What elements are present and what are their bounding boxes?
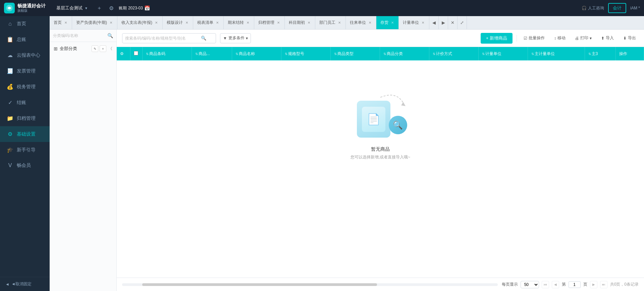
next-page-button[interactable]: ▶	[590, 281, 597, 288]
tab-income-close-icon[interactable]: ✕	[154, 20, 158, 25]
prev-page-button[interactable]: ◀	[552, 281, 559, 288]
settings-button[interactable]: ⚙	[107, 3, 116, 13]
col-checkbox[interactable]	[130, 47, 142, 60]
col-barcode[interactable]: ⇅商品条码	[142, 47, 192, 60]
import-btn[interactable]: ⬆ 导入	[598, 33, 616, 43]
tab-department-label: 部门员工	[319, 20, 335, 26]
sidebar-item-basic-settings[interactable]: ⚙ 基础设置	[0, 126, 50, 142]
sidebar-item-cloud-reports[interactable]: ☁ 云报表中心	[0, 47, 50, 63]
export-label: 导出	[628, 35, 636, 41]
sidebar: ⌂ 首页 📋 总账 ☁ 云报表中心 🧾 发票管理 💰 税务管理 ✓ 结账 📁 归…	[0, 16, 50, 291]
col-type[interactable]: ⇅商品类型	[331, 47, 380, 60]
page-content: 🔍 ⊞ 全部分类 ✎ + 《 🔍	[50, 30, 644, 291]
toolbar-divider-1	[517, 35, 517, 42]
page-size-select[interactable]: 10 20 50 100	[521, 281, 539, 288]
period-label: 账期	[119, 5, 127, 11]
batch-operation-btn[interactable]: ☑ 批量操作	[521, 33, 547, 43]
table-body: 📄 🔍 暂无商品 您可以选择新增,或者直接导入哦~	[117, 60, 644, 187]
toolbar-search-input[interactable]	[125, 36, 199, 41]
tab-bar: 首页 ✕ 资产负债表(中期) ✕ 收入支出表(年报) ✕ 模版设计 ✕ 税表清单…	[50, 16, 644, 30]
human-service-label: 人工咨询	[588, 5, 604, 11]
tab-counterpart-close-icon[interactable]: ✕	[368, 20, 372, 25]
category-edit-btn[interactable]: ✎	[92, 45, 98, 52]
tab-subject-init[interactable]: 科目期初 ✕	[285, 16, 315, 30]
add-tab-button[interactable]: ＋	[95, 3, 104, 13]
tab-archive-mgmt[interactable]: 归档管理 ✕	[254, 16, 285, 30]
sidebar-item-home[interactable]: ⌂ 首页	[0, 16, 50, 32]
print-label: 打印	[580, 35, 588, 41]
collapse-icon[interactable]: 《	[108, 46, 112, 52]
tab-tax-list-close-icon[interactable]: ✕	[215, 20, 219, 25]
tab-home[interactable]: 首页 ✕	[50, 16, 72, 30]
print-btn[interactable]: 🖨 打印 ▾	[572, 33, 594, 43]
tab-counterpart[interactable]: 往来单位 ✕	[346, 16, 376, 30]
export-btn[interactable]: ⬇ 导出	[621, 33, 639, 43]
col-main-unit[interactable]: ⇅主计量单位	[528, 47, 585, 60]
tab-department[interactable]: 部门员工 ✕	[315, 16, 346, 30]
more-conditions-btn[interactable]: ▼ 更多条件 ▾	[220, 33, 251, 43]
col-settings[interactable]: ⚙	[117, 47, 130, 60]
col-price-method[interactable]: ⇅计价方式	[429, 47, 479, 60]
last-page-button[interactable]: ⏭	[600, 281, 607, 288]
content-area: 首页 ✕ 资产负债表(中期) ✕ 收入支出表(年报) ✕ 模版设计 ✕ 税表清单…	[50, 16, 644, 291]
home-icon: ⌂	[7, 21, 13, 27]
add-product-button[interactable]: + 新增商品	[481, 33, 513, 44]
col-unit[interactable]: ⇅计量单位	[479, 47, 528, 60]
col-spec[interactable]: ⇅规格型号	[281, 47, 331, 60]
tab-expand-button[interactable]: ⤢	[458, 16, 467, 30]
col-extra[interactable]: ⇅主3	[585, 47, 615, 60]
tab-period-transfer[interactable]: 期末结转 ✕	[224, 16, 254, 30]
tab-tax-list[interactable]: 税表清单 ✕	[193, 16, 224, 30]
category-search-icon[interactable]: 🔍	[107, 33, 113, 38]
col-name[interactable]: ⇅商品名称	[232, 47, 281, 60]
page-no-word: 第	[562, 282, 566, 287]
period-badge: 账期 2023-03 📅	[119, 5, 150, 11]
tab-unit[interactable]: 计量单位 ✕	[399, 16, 429, 30]
first-page-button[interactable]: ⏮	[542, 281, 549, 288]
tab-balance-close-icon[interactable]: ✕	[109, 20, 113, 25]
table-header-row: ⚙ ⇅商品条码 ⇅商品... ⇅商品名称 ⇅规格型号 ⇅商品类型 ⇅商品分类	[117, 47, 644, 60]
col-code[interactable]: ⇅商品...	[192, 47, 232, 60]
human-service-btn[interactable]: 🎧 人工咨询	[582, 5, 604, 11]
invoice-icon: 🧾	[7, 68, 13, 74]
tab-department-close-icon[interactable]: ✕	[337, 20, 341, 25]
tab-unit-close-icon[interactable]: ✕	[421, 20, 425, 25]
calendar-icon[interactable]: 📅	[144, 5, 150, 11]
tab-inventory[interactable]: 存货 ✕	[376, 16, 399, 30]
sidebar-item-tax[interactable]: 💰 税务管理	[0, 79, 50, 95]
horizontal-scrollbar[interactable]	[122, 283, 498, 286]
tab-next-button[interactable]: ▶	[439, 16, 448, 30]
sidebar-unpin-btn[interactable]: ◄ ◄取消固定	[0, 277, 50, 291]
tab-period-close-icon[interactable]: ✕	[246, 20, 250, 25]
scrollbar-thumb[interactable]	[142, 283, 377, 286]
sidebar-item-guide[interactable]: 🎓 新手引导	[0, 142, 50, 158]
sidebar-item-archive[interactable]: 📁 归档管理	[0, 110, 50, 126]
tab-prev-button[interactable]: ◀	[429, 16, 439, 30]
tab-inventory-close-icon[interactable]: ✕	[390, 20, 394, 25]
sidebar-item-ledger[interactable]: 📋 总账	[0, 32, 50, 47]
select-all-checkbox[interactable]	[134, 51, 138, 55]
col-category[interactable]: ⇅商品分类	[380, 47, 429, 60]
total-count: 共0页，0条记录	[610, 282, 639, 287]
move-btn[interactable]: ↕ 移动	[551, 33, 568, 43]
filter-icon: ▼	[223, 36, 227, 41]
category-all-header[interactable]: ⊞ 全部分类 ✎ + 《	[50, 42, 116, 55]
category-add-btn[interactable]: +	[100, 45, 106, 52]
tab-balance-sheet[interactable]: 资产负债表(中期) ✕	[72, 16, 117, 30]
company-selector[interactable]: 基层工会测试 ▼	[54, 4, 91, 12]
tab-archive-close-icon[interactable]: ✕	[276, 20, 280, 25]
category-search-input[interactable]	[53, 33, 107, 38]
toolbar-search-icon[interactable]: 🔍	[201, 36, 206, 41]
sidebar-item-closing[interactable]: ✓ 结账	[0, 95, 50, 110]
tab-close-all-button[interactable]: ✕	[448, 16, 458, 30]
sidebar-item-member[interactable]: V 畅会员	[0, 158, 50, 173]
batch-label: 批量操作	[529, 35, 545, 41]
tab-template-close-icon[interactable]: ✕	[185, 20, 189, 25]
page-number-input[interactable]	[569, 281, 581, 288]
tab-template[interactable]: 模版设计 ✕	[163, 16, 193, 30]
sidebar-item-invoice[interactable]: 🧾 发票管理	[0, 63, 50, 79]
tab-home-close-icon[interactable]: ✕	[64, 20, 68, 25]
tab-subject-close-icon[interactable]: ✕	[307, 20, 311, 25]
tab-income[interactable]: 收入支出表(年报) ✕	[117, 16, 163, 30]
accounting-button[interactable]: 会计	[608, 3, 626, 13]
